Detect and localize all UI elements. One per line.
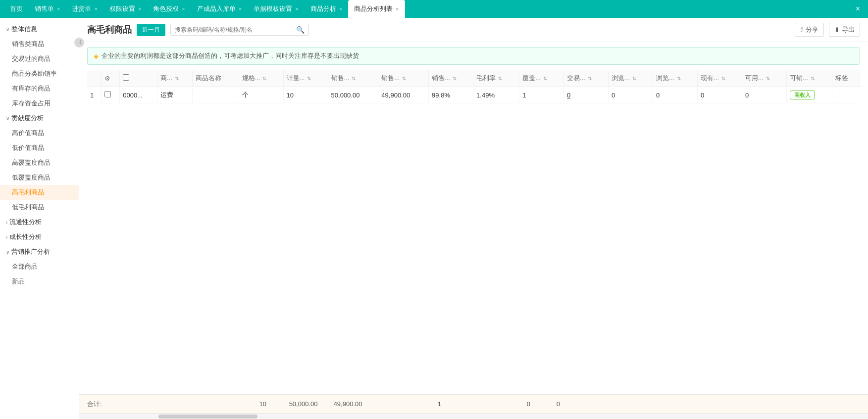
share-icon: ⤴: [800, 26, 804, 34]
col-salesCost[interactable]: 销售... ⇅: [429, 70, 473, 87]
sidebar-item-库存资金占用[interactable]: 库存资金占用: [0, 96, 79, 111]
scrollbar-thumb[interactable]: [158, 415, 257, 419]
sidebar-item-低价值商品[interactable]: 低价值商品: [0, 140, 79, 155]
nav-close-进货单[interactable]: ×: [94, 6, 97, 12]
col-coverage[interactable]: 覆盖... ⇅: [519, 70, 564, 87]
footer-sales-amt: 50,000.00: [286, 400, 331, 408]
nav-item-销售单[interactable]: 销售单×: [29, 0, 66, 18]
filter-month-button[interactable]: 近一月: [137, 24, 165, 36]
top-nav: 首页销售单×进货单×权限设置×角色授权×产成品入库单×单据模板设置×商品分析×商…: [0, 0, 868, 18]
view-count-link[interactable]: 0: [567, 92, 570, 99]
sort-icon-grossMargin[interactable]: ⇅: [497, 76, 502, 81]
sort-icon-salesAmt[interactable]: ⇅: [401, 76, 406, 81]
col-salesCount[interactable]: 销售... ⇅: [328, 70, 378, 87]
col-viewCount1[interactable]: 浏览... ⇅: [609, 70, 653, 87]
settings-icon[interactable]: ⚙: [104, 75, 110, 82]
nav-item-商品分析列表[interactable]: 商品分析列表×: [348, 0, 405, 18]
share-button[interactable]: ⤴ 分享: [795, 23, 824, 37]
sidebar-section-label: 整体信息: [11, 25, 37, 34]
sidebar-section-营销推广分析[interactable]: ∨营销推广分析: [0, 244, 79, 259]
sidebar-item-有库存的商品[interactable]: 有库存的商品: [0, 81, 79, 96]
footer-label: 合计:: [87, 400, 102, 409]
sort-icon-viewCount1[interactable]: ⇅: [631, 76, 636, 81]
search-icon[interactable]: 🔍: [296, 26, 305, 34]
sidebar-item-商品分类助销率[interactable]: 商品分类助销率: [0, 66, 79, 81]
col-settings[interactable]: ⚙: [101, 70, 119, 87]
nav-item-产成品入库单[interactable]: 产成品入库单×: [191, 0, 248, 18]
nav-item-权限设置[interactable]: 权限设置×: [103, 0, 147, 18]
col-code[interactable]: 商... ⇅: [157, 70, 192, 87]
col-grossMargin[interactable]: 毛利率 ⇅: [473, 70, 519, 87]
cell-coverage: 1.49%: [473, 87, 519, 103]
export-button[interactable]: ⬇ 导出: [829, 23, 860, 37]
col-txCount[interactable]: 交易... ⇅: [564, 70, 609, 87]
col-availStock[interactable]: 可用... ⇅: [742, 70, 786, 87]
sort-icon-viewCount2[interactable]: ⇅: [675, 76, 681, 81]
sidebar-item-高毛利商品[interactable]: 高毛利商品: [0, 185, 79, 200]
footer-sales-cost: 49,900.00: [331, 400, 375, 408]
nav-close-单据模板设置[interactable]: ×: [295, 6, 298, 12]
cell-viewCount1: 0: [564, 87, 609, 103]
nav-item-商品分析[interactable]: 商品分析×: [305, 0, 348, 18]
col-checkbox[interactable]: [120, 70, 157, 87]
col-unit[interactable]: 计量... ⇅: [283, 70, 328, 87]
select-all-checkbox[interactable]: [123, 74, 129, 81]
cell-salesCount: 10: [283, 87, 328, 103]
col-spec[interactable]: 规格... ⇅: [239, 70, 283, 87]
col-viewCount2[interactable]: 浏览... ⇅: [653, 70, 698, 87]
nav-close-产成品入库单[interactable]: ×: [239, 6, 242, 12]
sidebar-section-label: 贡献度分析: [11, 114, 44, 123]
sort-icon-spec[interactable]: ⇅: [261, 76, 266, 81]
col-currentStock[interactable]: 现有... ⇅: [698, 70, 742, 87]
sort-icon-salesCount[interactable]: ⇅: [350, 76, 356, 81]
close-app-button[interactable]: ×: [852, 4, 864, 13]
info-icon: ◈: [94, 52, 99, 60]
sort-icon-txCount[interactable]: ⇅: [586, 76, 592, 81]
sidebar-item-高覆盖度商品[interactable]: 高覆盖度商品: [0, 155, 79, 170]
sidebar-section-流通性分析[interactable]: ›流通性分析: [0, 215, 79, 230]
sort-icon-code[interactable]: ⇅: [173, 76, 179, 81]
sidebar-section-整体信息[interactable]: ∨整体信息: [0, 22, 79, 37]
sidebar-item-高价值商品[interactable]: 高价值商品: [0, 126, 79, 140]
cell-name: 运费: [157, 87, 192, 103]
cell-checkbox[interactable]: [101, 87, 119, 103]
nav-close-权限设置[interactable]: ×: [138, 6, 141, 12]
sort-icon-currentStock[interactable]: ⇅: [720, 76, 725, 81]
nav-item-角色授权[interactable]: 角色授权×: [147, 0, 191, 18]
cell-txCount: 1: [519, 87, 564, 103]
footer-sales-count: 10: [256, 400, 286, 408]
footer-avail-stock: 0: [554, 400, 583, 408]
col-salesAmt[interactable]: 销售... ⇅: [378, 70, 429, 87]
horizontal-scrollbar[interactable]: [79, 413, 868, 419]
col-saleableStock[interactable]: 可销... ⇅: [786, 70, 832, 87]
nav-close-销售单[interactable]: ×: [57, 6, 60, 12]
sidebar-item-交易过的商品[interactable]: 交易过的商品: [0, 51, 79, 66]
nav-close-角色授权[interactable]: ×: [182, 6, 185, 12]
data-table: ⚙商... ⇅商品名称规格... ⇅计量... ⇅销售... ⇅销售... ⇅销…: [87, 70, 860, 103]
nav-item-首页[interactable]: 首页: [4, 0, 29, 18]
sidebar-item-全部商品[interactable]: 全部商品: [0, 259, 79, 274]
col-name[interactable]: 商品名称: [193, 70, 239, 87]
sort-icon-salesCost[interactable]: ⇅: [451, 76, 457, 81]
sidebar-collapse-button[interactable]: 《: [74, 38, 84, 47]
search-input[interactable]: [175, 26, 293, 33]
info-banner: ◈ 企业的主要的利润都是这部分商品创造的，可考虑加大推广，同时关注库存是不要出现…: [87, 47, 860, 65]
content-header: 高毛利商品 近一月 🔍 ⤴ 分享 ⬇ 导出: [79, 18, 868, 42]
sidebar-item-低毛利商品[interactable]: 低毛利商品: [0, 200, 79, 215]
sort-icon-availStock[interactable]: ⇅: [765, 76, 770, 81]
nav-item-进货单[interactable]: 进货单×: [66, 0, 103, 18]
sidebar-item-销售类商品[interactable]: 销售类商品: [0, 37, 79, 51]
nav-close-商品分析列表[interactable]: ×: [396, 6, 399, 12]
page-title: 高毛利商品: [87, 24, 132, 36]
sidebar-item-新品[interactable]: 新品: [0, 274, 79, 289]
sort-icon-coverage[interactable]: ⇅: [542, 76, 547, 81]
sidebar-section-成长性分析[interactable]: ›成长性分析: [0, 230, 79, 244]
nav-item-单据模板设置[interactable]: 单据模板设置×: [248, 0, 304, 18]
sidebar-item-低覆盖度商品[interactable]: 低覆盖度商品: [0, 170, 79, 185]
sort-icon-unit[interactable]: ⇅: [306, 76, 311, 81]
col-tag[interactable]: 标签: [832, 70, 860, 87]
sidebar-section-贡献度分析[interactable]: ∨贡献度分析: [0, 111, 79, 126]
nav-close-商品分析[interactable]: ×: [339, 6, 342, 12]
row-checkbox[interactable]: [104, 91, 111, 97]
sort-icon-saleableStock[interactable]: ⇅: [809, 76, 815, 81]
